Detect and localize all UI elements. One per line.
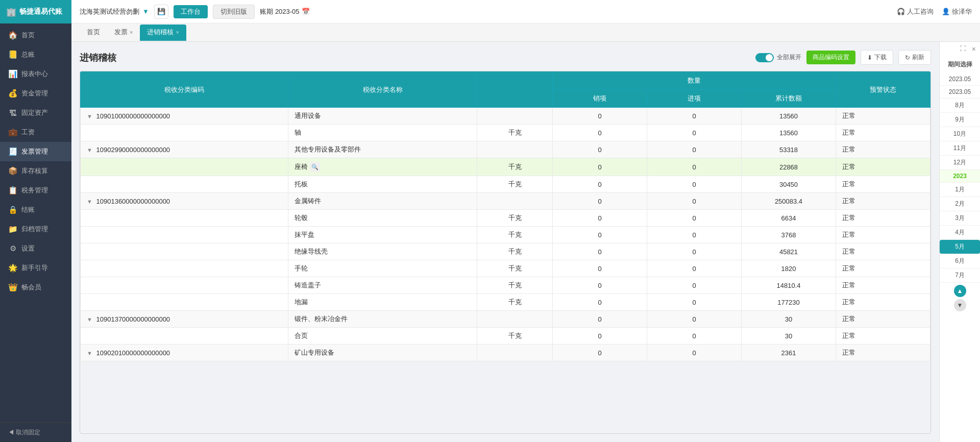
table-row-unit: 千克 <box>477 227 553 243</box>
panel-close-btn[interactable]: × <box>972 45 976 53</box>
period-item[interactable]: 10月 <box>940 127 980 141</box>
page-actions: 全部展开 商品编码设置 ⬇ 下载 ↻ 刷新 <box>755 50 931 65</box>
table-row-status: 正常 <box>836 158 930 176</box>
sidebar-item-label: 发票管理 <box>21 147 48 156</box>
member-icon: 👑 <box>8 283 17 292</box>
sidebar-item-label: 归档管理 <box>21 225 48 234</box>
refresh-button[interactable]: ↻ 刷新 <box>898 50 931 65</box>
period-item[interactable]: 8月 <box>940 99 980 113</box>
table-row-status: 正常 <box>836 176 930 193</box>
calendar-icon[interactable]: 📅 <box>302 8 310 15</box>
tab-reconcile-close[interactable]: × <box>176 29 179 35</box>
sidebar-item-label: 畅会员 <box>21 283 41 292</box>
expand-all-toggle[interactable]: 全部展开 <box>755 53 801 62</box>
workbench-button[interactable]: 工作台 <box>174 5 208 18</box>
table-row-total: 22868 <box>742 158 836 176</box>
period-item[interactable]: 4月 <box>940 226 980 240</box>
product-code-button[interactable]: 商品编码设置 <box>806 51 855 64</box>
sidebar-bottom-toggle[interactable]: ◀ 取消固定 <box>0 423 71 442</box>
th-status: 预警状态 <box>836 72 930 108</box>
tab-invoice[interactable]: 发票 × <box>107 24 140 41</box>
table-row-status: 正常 <box>836 328 930 345</box>
save-icon-btn[interactable]: 💾 <box>154 5 168 19</box>
table-row-name: 座椅🔍 <box>288 158 477 176</box>
table-row-name: 通用设备 <box>288 108 477 125</box>
tab-reconcile[interactable]: 进销稽核 × <box>140 24 186 41</box>
sidebar-item-tax[interactable]: 📋 税务管理 <box>0 181 71 200</box>
period-item[interactable]: 2023.05 <box>940 73 980 86</box>
sidebar-item-label: 工资 <box>21 128 35 137</box>
table-row-jin: 0 <box>647 210 742 227</box>
period-item[interactable]: 3月 <box>940 211 980 226</box>
logo-text: 畅捷通易代账 <box>19 7 62 16</box>
sidebar-item-invoice[interactable]: 🧾 发票管理 <box>0 142 71 161</box>
topbar-company[interactable]: 沈海英测试经营勿删 ▼ <box>80 7 149 16</box>
tab-invoice-label: 发票 <box>114 28 128 37</box>
period-item[interactable]: 12月 <box>940 156 980 170</box>
table-row-name: 金属铸件 <box>288 193 477 210</box>
period-item[interactable]: 9月 <box>940 113 980 127</box>
sidebar-item-ledger[interactable]: 📒 总账 <box>0 45 71 64</box>
expand-icon[interactable]: ▼ <box>87 316 92 323</box>
sidebar-logo: 🏢 畅捷通易代账 <box>0 0 71 23</box>
period-nav-down[interactable]: ▼ <box>954 299 966 311</box>
expand-icon[interactable]: ▼ <box>87 113 92 119</box>
table-row-total: 53318 <box>742 141 836 158</box>
sidebar-item-guide[interactable]: 🌟 新手引导 <box>0 258 71 278</box>
sidebar-item-reports[interactable]: 📊 报表中心 <box>0 64 71 84</box>
user-profile-btn[interactable]: 👤 徐泽华 <box>942 7 972 16</box>
sidebar-item-assets[interactable]: 🏗 固定资产 <box>0 103 71 122</box>
search-icon-cell[interactable]: 🔍 <box>310 162 320 172</box>
table-row-name: 抹平盘 <box>288 227 477 243</box>
period-nav-up[interactable]: ▲ <box>954 285 966 297</box>
period-item[interactable]: 7月 <box>940 268 980 283</box>
period-item[interactable]: 11月 <box>940 141 980 156</box>
support-btn[interactable]: 🎧 人工咨询 <box>897 7 934 16</box>
expand-icon[interactable]: ▼ <box>87 147 92 153</box>
settings-icon: ⚙ <box>8 244 17 253</box>
download-button[interactable]: ⬇ 下载 <box>861 50 893 65</box>
period-item[interactable]: 5月 <box>940 240 980 254</box>
switch-version-button[interactable]: 切到旧版 <box>213 5 255 19</box>
tab-home[interactable]: 首页 <box>80 24 107 41</box>
topbar-right: 🎧 人工咨询 👤 徐泽华 <box>897 7 972 16</box>
finance-icon: 💰 <box>8 89 17 98</box>
sidebar-item-salary[interactable]: 💼 工资 <box>0 122 71 142</box>
sidebar-item-inventory[interactable]: 📦 库存核算 <box>0 161 71 181</box>
sidebar-item-home[interactable]: 🏠 首页 <box>0 26 71 45</box>
table-row-xiao: 0 <box>553 158 647 176</box>
table-row-unit: 千克 <box>477 243 553 260</box>
period-item[interactable]: 2月 <box>940 197 980 211</box>
table-row-code <box>81 260 288 277</box>
table-row-total: 250083.4 <box>742 193 836 210</box>
panel-expand-btn[interactable]: ⛶ <box>960 45 966 52</box>
closing-icon: 🔒 <box>8 205 17 214</box>
tab-invoice-close[interactable]: × <box>130 29 133 35</box>
sidebar-item-member[interactable]: 👑 畅会员 <box>0 278 71 297</box>
table-row-xiao: 0 <box>553 193 647 210</box>
expand-icon[interactable]: ▼ <box>87 350 92 356</box>
th-total: 累计数额 <box>742 90 836 108</box>
toggle-switch[interactable] <box>755 53 774 62</box>
topbar-period: 账期 2023-05 📅 <box>260 7 310 16</box>
logo-icon: 🏢 <box>6 7 16 17</box>
table-row-code <box>81 328 288 345</box>
table-row-jin: 0 <box>647 328 742 345</box>
period-item[interactable]: 2023.05 <box>940 86 980 99</box>
table-row-xiao: 0 <box>553 108 647 125</box>
period-item[interactable]: 2023 <box>940 170 980 183</box>
table-row-name: 托板 <box>288 176 477 193</box>
table-row-xiao: 0 <box>553 243 647 260</box>
sidebar-item-label: 首页 <box>21 31 35 40</box>
sidebar-item-archive[interactable]: 📁 归档管理 <box>0 219 71 239</box>
table-row-code: ▼ 10902010000000000000 <box>81 345 288 361</box>
sidebar-item-settings[interactable]: ⚙ 设置 <box>0 239 71 258</box>
period-item[interactable]: 6月 <box>940 254 980 268</box>
sidebar-item-finance[interactable]: 💰 资金管理 <box>0 84 71 103</box>
table-row-total: 30 <box>742 328 836 345</box>
table-row-unit <box>477 193 553 210</box>
table-row-jin: 0 <box>647 260 742 277</box>
period-item[interactable]: 1月 <box>940 183 980 197</box>
expand-icon[interactable]: ▼ <box>87 199 92 205</box>
sidebar-item-closing[interactable]: 🔒 结账 <box>0 200 71 219</box>
